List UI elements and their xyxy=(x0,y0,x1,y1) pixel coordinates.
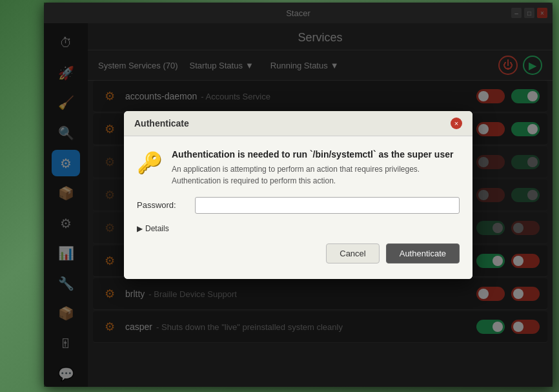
modal-icon-row: 🔑 Authentication is needed to run `/bin/… xyxy=(137,149,460,187)
cancel-button[interactable]: Cancel xyxy=(326,243,379,263)
modal-overlay: Authenticate × 🔑 Authentication is neede… xyxy=(44,3,553,387)
authenticate-modal: Authenticate × 🔑 Authentication is neede… xyxy=(124,111,473,279)
password-input[interactable] xyxy=(195,197,460,214)
main-window: Stacer – □ × ⏱ 🚀 🧹 🔍 ⚙ 📦 ⚙ 📊 🔧 📦 🎚 💬 Ser… xyxy=(44,3,553,387)
password-label: Password: xyxy=(137,200,188,210)
modal-header: Authenticate × xyxy=(124,111,473,136)
authenticate-button[interactable]: Authenticate xyxy=(386,243,460,263)
details-row: ▶ Details xyxy=(137,224,460,233)
modal-password-row: Password: xyxy=(137,197,460,214)
modal-main-text: Authentication is needed to run `/bin/sy… xyxy=(172,149,460,160)
key-icon: 🔑 xyxy=(137,150,163,175)
modal-title: Authenticate xyxy=(134,118,189,129)
modal-text-block: Authentication is needed to run `/bin/sy… xyxy=(172,149,460,187)
details-label: Details xyxy=(145,224,169,233)
modal-sub-text: An application is attempting to perform … xyxy=(172,163,460,187)
details-toggle[interactable]: ▶ Details xyxy=(137,224,460,233)
modal-body: 🔑 Authentication is needed to run `/bin/… xyxy=(124,136,473,279)
details-arrow-icon: ▶ xyxy=(137,224,143,233)
modal-footer: Cancel Authenticate xyxy=(137,243,460,266)
modal-close-button[interactable]: × xyxy=(451,118,462,129)
